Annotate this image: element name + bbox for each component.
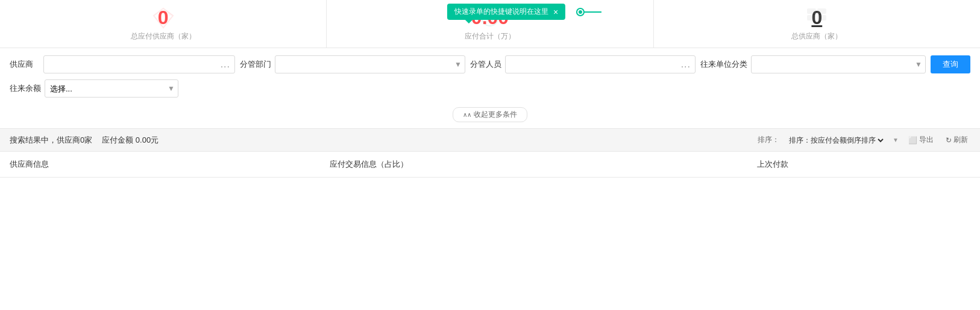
export-label: 导出 (919, 135, 934, 145)
search-btn[interactable]: 查询 (931, 55, 970, 73)
search-row-2: 往来余额 选择... ▼ (10, 79, 970, 98)
export-icon: ⬜ (908, 136, 917, 144)
tooltip-text: 快速录单的快捷键说明在这里 (454, 7, 548, 17)
tooltip-bubble: 快速录单的快捷键说明在这里 × (447, 4, 565, 20)
vendor-dots-btn[interactable]: ... (218, 58, 233, 71)
person-dots-btn[interactable]: ... (679, 58, 693, 71)
table-body (0, 178, 980, 298)
person-input[interactable] (505, 55, 696, 73)
vendor-input-wrapper: ... (43, 55, 235, 73)
sort-label-text: 排序： (758, 135, 779, 145)
payable-total-label: 应付合计（万） (465, 31, 515, 42)
collapse-up-icon: ∧∧ (463, 111, 471, 118)
svg-marker-0 (154, 8, 173, 28)
person-field: 分管人员 ... (470, 55, 696, 73)
collapse-btn[interactable]: ∧∧ 收起更多条件 (453, 107, 527, 122)
vendor-field: 供应商 ... (10, 55, 235, 73)
search-row-1: 供应商 ... 分管部门 ▼ 分管人员 ... (10, 55, 970, 73)
tooltip-line (583, 11, 602, 13)
export-btn[interactable]: ⬜ 导出 (906, 134, 936, 146)
category-select[interactable] (751, 55, 926, 73)
tooltip-dot (577, 9, 583, 15)
sort-select[interactable]: 排序：按应付会额倒序排序 (787, 135, 885, 145)
person-label: 分管人员 (470, 59, 501, 70)
stat-total-payable-vendors: 0 总应付供应商（家） (0, 0, 327, 48)
person-input-wrapper: ... (505, 55, 696, 73)
results-left: 搜索结果中，供应商0家 应付金额 0.00元 (10, 135, 159, 146)
results-right: 排序： 排序：按应付会额倒序排序 ▼ ⬜ 导出 ↻ 刷新 (758, 134, 970, 146)
table-col1-header: 供应商信息 (10, 159, 330, 170)
collapse-btn-label: 收起更多条件 (474, 110, 517, 120)
category-select-wrapper: ▼ (751, 55, 926, 73)
dept-select-wrapper: ▼ (275, 55, 465, 73)
stat-payable-total: 0.00 应付合计（万） 快速录单的快捷键说明在这里 × (327, 0, 653, 48)
balance-label: 往来余额 (10, 83, 41, 94)
balance-select[interactable]: 选择... (45, 79, 178, 98)
stats-bar: 0 总应付供应商（家） 0.00 应付合计（万） 快速录单的快捷键说明在这里 × (0, 0, 980, 48)
table-header: 供应商信息 应付交易信息（占比） 上次付款 (0, 152, 980, 178)
category-field: 往来单位分类 ▼ (700, 55, 926, 73)
total-payable-vendors-label: 总应付供应商（家） (131, 31, 196, 42)
dept-field: 分管部门 ▼ (240, 55, 465, 73)
collapse-row: ∧∧ 收起更多条件 (10, 104, 970, 128)
amount-label: 应付金额 0.00元 (102, 135, 159, 146)
dept-label: 分管部门 (240, 59, 271, 70)
sort-chevron-icon: ▼ (893, 137, 899, 143)
refresh-label: 刷新 (953, 135, 968, 145)
stat-total-vendors: 0 总供应商（家） (654, 0, 980, 48)
vendor-label: 供应商 (10, 59, 40, 70)
refresh-btn[interactable]: ↻ 刷新 (943, 134, 970, 146)
search-bar: 供应商 ... 分管部门 ▼ 分管人员 ... (0, 48, 980, 129)
results-bar: 搜索结果中，供应商0家 应付金额 0.00元 排序： 排序：按应付会额倒序排序 … (0, 129, 980, 152)
vendor-count-label: 搜索结果中，供应商0家 (10, 135, 92, 146)
vendor-input[interactable] (43, 55, 235, 73)
refresh-icon: ↻ (946, 136, 952, 144)
total-vendors-label: 总供应商（家） (791, 31, 842, 42)
tooltip-close-btn[interactable]: × (553, 8, 558, 16)
balance-field: 往来余额 选择... ▼ (10, 79, 178, 98)
table-col2-header: 应付交易信息（占比） (330, 159, 756, 170)
balance-select-wrapper: 选择... ▼ (45, 79, 178, 98)
diamond-icon (151, 6, 175, 30)
dept-select[interactable] (275, 55, 465, 73)
category-label: 往来单位分类 (700, 59, 747, 70)
table-col3-header: 上次付款 (757, 159, 970, 170)
